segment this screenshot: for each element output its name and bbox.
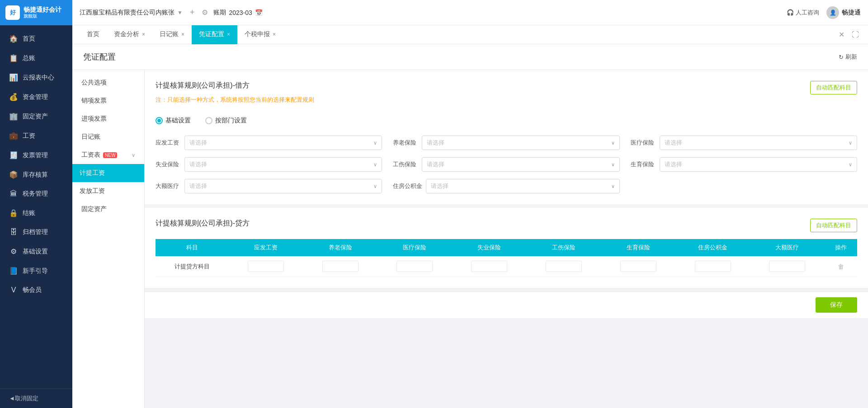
left-nav-public[interactable]: 公共选项 [72,74,144,92]
tab-home[interactable]: 首页 [80,25,107,44]
select-maternity[interactable]: 请选择 ∨ [660,157,857,172]
main-area: 江西服宝精品有限责任公司内账张 ▼ + ⚙ 账期 2023-03 📅 🎧 人工咨… [72,0,868,408]
left-nav-fixed-assets[interactable]: 固定资产 [72,200,144,218]
input-unemployment[interactable] [471,261,507,272]
cell-payable-salary[interactable] [228,256,303,277]
sidebar-unpin-button[interactable]: ◄取消固定 [0,389,72,408]
select-arrow-icon: ∨ [373,183,377,189]
sidebar-item-member[interactable]: V 畅会员 [0,281,72,300]
radio-basic[interactable]: 基础设置 [156,117,191,125]
left-nav-salary-payment[interactable]: 发放工资 [72,182,144,200]
select-unemployment[interactable]: 请选择 ∨ [184,157,382,172]
sidebar-item-invoice[interactable]: 🧾 发票管理 [0,145,72,165]
user-menu[interactable]: 👤 畅捷通 [826,6,861,19]
left-nav-salary-accrual[interactable]: 计提工资 [72,164,144,182]
form-item-housing-fund: 住房公积金 请选择 ∨ [393,179,619,193]
left-nav-salary-table[interactable]: 工资表 NEW ∨ [72,146,144,164]
col-maternity: 生育保险 [601,239,675,256]
input-payable-salary[interactable] [248,261,284,272]
cell-work-injury[interactable] [527,256,601,277]
input-large-medical[interactable] [769,261,805,272]
logo-icon: 好 [5,5,20,20]
left-nav-journal[interactable]: 日记账 [72,128,144,146]
sidebar-nav: 🏠 首页 📋 总账 📊 云报表中心 💰 资金管理 🏢 固定资产 💼 工资 🧾 发… [0,25,72,389]
cell-operation: 🗑 [825,256,857,277]
select-pension[interactable]: 请选择 ∨ [422,136,619,150]
select-payable-salary[interactable]: 请选择 ∨ [184,136,382,150]
input-medical[interactable] [396,261,433,272]
tab-close-icon[interactable]: ✕ [837,28,846,41]
sidebar-item-settings[interactable]: ⚙ 基础设置 [0,242,72,261]
sidebar-item-inventory[interactable]: 📦 库存核算 [0,165,72,184]
settings-gear-icon[interactable]: ⚙ [202,8,208,17]
radio-dept[interactable]: 按部门设置 [205,117,247,125]
cell-unemployment[interactable] [452,256,527,277]
tab-expand-icon[interactable]: ⛶ [850,29,861,41]
topbar: 江西服宝精品有限责任公司内账张 ▼ + ⚙ 账期 2023-03 📅 🎧 人工咨… [72,0,868,25]
select-large-medical[interactable]: 请选择 ∨ [184,179,382,193]
period-selector[interactable]: 账期 2023-03 📅 [213,9,262,17]
tab-journal[interactable]: 日记账 × [152,25,192,44]
select-housing-fund[interactable]: 请选择 ∨ [426,179,619,193]
left-nav-sales[interactable]: 销项发票 [72,92,144,110]
select-arrow-icon: ∨ [611,140,615,146]
col-payable-salary: 应发工资 [228,239,303,256]
close-account-icon: 🔒 [9,209,18,217]
tab-voucher[interactable]: 凭证配置 × [192,25,237,44]
left-nav-purchase[interactable]: 进项发票 [72,110,144,128]
debit-auto-match-button[interactable]: 自动匹配科目 [810,81,857,94]
sidebar-item-fund[interactable]: 💰 资金管理 [0,87,72,107]
col-operation: 操作 [825,239,857,256]
cell-medical[interactable] [377,256,452,277]
sidebar-item-guide[interactable]: 📘 新手引导 [0,261,72,281]
main-content: 计提核算规则(公司承担)-借方 注：只能选择一种方式，系统将按照您当前的选择来配… [145,70,868,408]
tab-journal-close[interactable]: × [181,31,184,38]
sidebar-item-tax[interactable]: 🏛 税务管理 [0,184,72,203]
save-button[interactable]: 保存 [816,297,857,313]
cell-pension[interactable] [303,256,377,277]
tab-fund-close[interactable]: × [142,31,145,38]
credit-section: 计提核算规则(公司承担)-贷方 自动匹配科目 科目 应发工资 养老保险 [145,208,868,291]
cell-housing-fund[interactable] [675,256,750,277]
form-item-work-injury: 工伤保险 请选择 ∨ [393,157,619,172]
input-housing-fund[interactable] [695,261,731,272]
company-selector[interactable]: 江西服宝精品有限责任公司内账张 ▼ [80,9,183,17]
add-button[interactable]: + [188,6,197,19]
col-subject: 科目 [156,239,228,256]
new-badge: NEW [103,152,117,158]
debit-section-title: 计提核算规则(公司承担)-借方 [156,81,314,90]
select-work-injury[interactable]: 请选择 ∨ [422,157,619,172]
input-work-injury[interactable] [546,261,582,272]
input-maternity[interactable] [620,261,656,272]
member-icon: V [9,286,18,294]
form-item-payable-salary: 应发工资 请选择 ∨ [156,136,382,150]
input-pension[interactable] [322,261,359,272]
assets-icon: 🏢 [9,112,18,121]
guide-icon: 📘 [9,267,18,275]
sidebar-item-reports[interactable]: 📊 云报表中心 [0,68,72,87]
sidebar-item-assets[interactable]: 🏢 固定资产 [0,107,72,126]
select-medical[interactable]: 请选择 ∨ [660,136,857,150]
form-item-medical: 医疗保险 请选择 ∨ [631,136,857,150]
debit-section: 计提核算规则(公司承担)-借方 注：只能选择一种方式，系统将按照您当前的选择来配… [145,70,868,208]
sidebar-item-ledger[interactable]: 📋 总账 [0,48,72,68]
cell-maternity[interactable] [601,256,675,277]
table-row: 计提贷方科目 [156,256,857,277]
refresh-button[interactable]: ↻ 刷新 [839,53,857,61]
tab-tax-close[interactable]: × [273,31,276,38]
credit-section-title: 计提核算规则(公司承担)-贷方 [156,219,250,228]
expand-icon: ∨ [132,152,135,158]
headphone-icon: 🎧 [787,9,794,16]
sidebar-item-home[interactable]: 🏠 首页 [0,29,72,48]
delete-row-icon[interactable]: 🗑 [838,263,844,270]
sidebar-item-salary[interactable]: 💼 工资 [0,126,72,145]
tab-voucher-close[interactable]: × [227,31,230,38]
cell-large-medical[interactable] [750,256,825,277]
tab-tax[interactable]: 个税申报 × [237,25,283,44]
sidebar-item-archive[interactable]: 🗄 归档管理 [0,223,72,242]
service-button[interactable]: 🎧 人工咨询 [787,9,819,17]
tab-fund[interactable]: 资金分析 × [107,25,152,44]
sidebar-item-close[interactable]: 🔒 结账 [0,203,72,223]
credit-auto-match-button[interactable]: 自动匹配科目 [810,219,857,232]
logo-text: 畅捷通好会计 [24,6,61,14]
